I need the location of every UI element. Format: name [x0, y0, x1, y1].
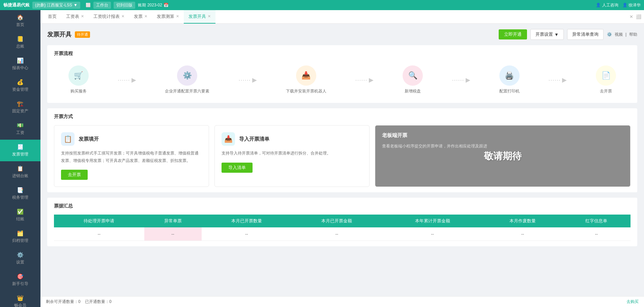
process-flow-section: 开票流程 🛒 购买服务 ⋯⋯ ▶ ⚙️ 企业开通配置开票六要素 ⋯⋯ ▶ 📥 下… [47, 45, 637, 103]
sidebar-label-inout: 进销台账 [12, 173, 28, 179]
copy-icon: ⬜ [86, 3, 91, 7]
sidebar-label-tax: 税务管理 [12, 195, 28, 200]
sidebar-item-inout[interactable]: 📋 进销台账 [0, 161, 40, 183]
sidebar-item-ledger[interactable]: 📒 总账 [0, 32, 40, 53]
support-button[interactable]: 👤 人工咨询 [596, 2, 618, 8]
cell-year-amt: -- [382, 227, 483, 241]
cell-pending: -- [54, 227, 144, 241]
process-label-buy: 购买服务 [70, 88, 87, 94]
sidebar-item-reports[interactable]: 📊 报表中心 [0, 53, 40, 75]
newguide-icon: 🎯 [17, 273, 24, 280]
view-video-button[interactable]: 视频 [615, 32, 623, 37]
tab-salary-stats[interactable]: 工资统计报表 ✕ [89, 10, 129, 24]
process-flow: 🛒 购买服务 ⋯⋯ ▶ ⚙️ 企业开通配置开票六要素 ⋯⋯ ▶ 📥 下载并安装开… [54, 62, 631, 97]
sidebar-label-salary: 工资 [16, 130, 24, 136]
separator: | [625, 32, 626, 37]
funds-icon: 💰 [17, 79, 24, 85]
tab-bar: 首页 工资表 ✕ 工资统计报表 ✕ 发票 ✕ 发票测算 ✕ 发票开具 ✕ [40, 10, 644, 24]
billing-import-btn[interactable]: 导入清单 [222, 163, 253, 173]
sidebar-item-newguide[interactable]: 🎯 新手引导 [0, 269, 40, 291]
switch-old-button[interactable]: 切到旧版 [114, 2, 135, 9]
bottom-info: 剩余可开通数量：0 已开通数量：0 [46, 299, 112, 305]
process-flow-title: 开票流程 [54, 51, 631, 57]
top-bar-right: 👤 人工咨询 👤 徐泽华 [596, 2, 641, 8]
sidebar-item-assets[interactable]: 🏗️ 固定资产 [0, 96, 40, 118]
summary-table: 待处理开票申请 异常单票 本月已开票数量 本月已开票金额 本年累计开票金额 本月… [54, 215, 631, 241]
process-step-buy[interactable]: 🛒 购买服务 [68, 65, 89, 94]
sidebar-item-archive[interactable]: 🗂️ 归档管理 [0, 226, 40, 248]
sidebar-label-newguide: 新手引导 [12, 281, 28, 287]
company-selector[interactable]: (勿删) 江西服宝-LSS ▼ [32, 2, 80, 9]
tab-salary-table-label: 工资表 [66, 13, 79, 20]
invoice-icon: 🧾 [17, 144, 24, 150]
process-label-config: 企业开通配置开票六要素 [165, 88, 209, 94]
billing-fill-btn[interactable]: 去开票 [61, 170, 88, 180]
tab-invoice-tool-close[interactable]: ✕ [208, 14, 211, 19]
sidebar-item-invoice[interactable]: 🧾 发票管理 [0, 140, 40, 161]
process-step-printer[interactable]: 🖨️ 配置打印机 [499, 65, 520, 94]
process-icon-config: ⚙️ [177, 65, 197, 86]
settle-icon: ✅ [17, 208, 24, 215]
workbench-button[interactable]: 工作台 [93, 2, 111, 9]
sidebar-item-settle[interactable]: ✅ 结账 [0, 204, 40, 226]
tab-invoice-tool-label: 发票开具 [188, 13, 206, 20]
sidebar-label-settings: 设置 [16, 259, 24, 265]
top-bar-left: 畅捷通易代账 (勿删) 江西服宝-LSS ▼ ⬜ 工作台 切到旧版 账期 202… [3, 2, 169, 9]
maximize-icon[interactable]: ⬜ [636, 14, 641, 19]
tab-salary-stats-label: 工资统计报表 [93, 13, 120, 20]
member-icon: 👑 [17, 295, 24, 301]
process-label-issue: 去开票 [600, 88, 612, 94]
process-step-issue[interactable]: 📄 去开票 [596, 65, 616, 94]
tab-invoice-calc-close[interactable]: ✕ [176, 14, 179, 19]
tab-salary-stats-close[interactable]: ✕ [121, 14, 124, 19]
process-step-config[interactable]: ⚙️ 企业开通配置开票六要素 [165, 65, 209, 94]
tab-invoice[interactable]: 发票 ✕ [129, 10, 152, 24]
sidebar-item-salary[interactable]: 💵 工资 [0, 118, 40, 140]
tab-invoice-close[interactable]: ✕ [144, 14, 147, 19]
help-button[interactable]: 帮助 [629, 32, 637, 37]
summary-row: -- -- -- -- -- -- -- [54, 227, 631, 241]
open-now-button[interactable]: 立即开通 [499, 29, 527, 39]
sidebar-label-funds: 资金管理 [12, 87, 28, 92]
home-icon: 🏠 [17, 14, 24, 21]
sidebar-item-member[interactable]: 👑 畅会员 [0, 291, 40, 307]
restore-icon[interactable]: ✕ [630, 14, 633, 19]
tab-home-label: 首页 [48, 13, 57, 20]
cell-month-amt: -- [292, 227, 382, 241]
arrow-3: ⋯⋯ ▶ [355, 76, 374, 84]
period-selector[interactable]: 账期 2023-02 📅 [138, 2, 169, 8]
user-info[interactable]: 👤 徐泽华 [622, 2, 641, 8]
page-title: 发票开具 [47, 30, 71, 38]
tab-invoice-calc[interactable]: 发票测算 ✕ [152, 10, 184, 24]
process-step-taxbox[interactable]: 🔍 新增税盘 [403, 65, 423, 94]
remaining-quota: 剩余可开通数量：0 [46, 299, 81, 304]
tab-salary-table-close[interactable]: ✕ [81, 14, 84, 19]
ledger-icon: 📒 [17, 36, 24, 42]
tab-salary-table[interactable]: 工资表 ✕ [61, 10, 89, 24]
abnormal-query-button[interactable]: 异常清单查询 [567, 29, 604, 40]
cell-month-qty: -- [202, 227, 292, 241]
tab-invoice-calc-label: 发票测算 [157, 13, 174, 20]
sidebar-item-funds[interactable]: 💰 资金管理 [0, 75, 40, 96]
buy-link[interactable]: 去购买 [626, 299, 639, 305]
billing-card-import-header: 📥 导入开票清单 [222, 132, 362, 146]
sidebar-label-invoice: 发票管理 [12, 151, 28, 157]
dropdown-icon: ▼ [74, 3, 78, 7]
top-bar: 畅捷通易代账 (勿删) 江西服宝-LSS ▼ ⬜ 工作台 切到旧版 账期 202… [0, 0, 644, 10]
company-name: (勿删) 江西服宝-LSS [35, 2, 72, 8]
process-step-download[interactable]: 📥 下载并安装开票机器人 [286, 65, 326, 94]
sidebar-item-settings[interactable]: ⚙️ 设置 [0, 248, 40, 269]
page-title-area: 发票开具 待开通 [47, 30, 90, 38]
sidebar-item-home[interactable]: 🏠 首页 [0, 10, 40, 32]
page-header: 发票开具 待开通 立即开通 开票设置 ▼ 异常清单查询 ⚙️ 视频 | 帮助 [47, 29, 637, 40]
sidebar-label-ledger: 总账 [16, 44, 24, 49]
opened-quota: 已开通数量：0 [85, 299, 112, 304]
sidebar-item-tax[interactable]: 📑 税务管理 [0, 183, 40, 204]
tab-invoice-tool[interactable]: 发票开具 ✕ [184, 10, 215, 24]
open-settings-button[interactable]: 开票设置 ▼ [530, 29, 564, 40]
sidebar-label-home: 首页 [16, 22, 24, 28]
tab-home[interactable]: 首页 [43, 10, 61, 24]
billing-import-icon: 📥 [222, 132, 235, 146]
app-logo: 畅捷通易代账 [3, 2, 30, 8]
cell-abnormal: -- [144, 227, 202, 241]
